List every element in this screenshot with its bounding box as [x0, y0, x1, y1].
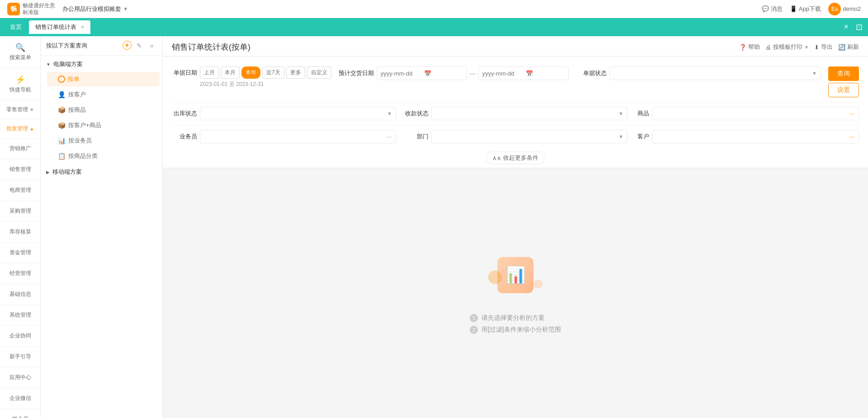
payment-status-select[interactable]: ▼ [431, 107, 627, 120]
tab-close-icon[interactable]: × [81, 24, 84, 30]
export-icon: ⬇ [814, 44, 819, 51]
sidebar-item-finance[interactable]: 资金管理 [0, 242, 40, 263]
date-dash: — [470, 70, 476, 77]
date-btn-custom[interactable]: 自定义 [307, 66, 331, 79]
scheme-panel: 按以下方案查询 + ✎ « ▼ 电脑端方案 按单 [41, 36, 163, 418]
department-select[interactable]: ▼ [431, 130, 627, 143]
sidebar-item-appcenter[interactable]: 应用中心 [0, 367, 40, 388]
payment-status-label: 收款状态 [403, 109, 429, 118]
sidebar-item-marketing[interactable]: 营销推广 [0, 138, 40, 159]
date-btn-7days[interactable]: 近7天 [262, 66, 284, 79]
customer-more-icon[interactable]: ··· [849, 133, 855, 140]
sidebar-item-basic[interactable]: 基础信息 [0, 284, 40, 305]
group-expand-icon: ▼ [46, 62, 51, 67]
date-btn-last-month[interactable]: 上月 [200, 66, 219, 79]
goods-more-icon[interactable]: ··· [849, 110, 855, 117]
sidebar-item-purchase[interactable]: 采购管理 [0, 201, 40, 222]
date-calendar-icon[interactable]: 📅 [422, 70, 433, 77]
breadcrumb-arrow-icon: ▼ [123, 6, 128, 12]
customer-label: 客户 [635, 133, 649, 141]
scheme-item-by-customer[interactable]: 👤 按客户 [47, 87, 160, 102]
page-title: 销售订单统计表(按单) [172, 42, 250, 52]
customer-select[interactable]: ··· [652, 130, 859, 143]
sidebar-item-operation[interactable]: 经营管理 [0, 263, 40, 284]
sidebar-item-wechat[interactable]: 企业微信 [0, 388, 40, 409]
mobile-group-expand-icon: ▶ [46, 170, 50, 175]
scheme-item-by-goods[interactable]: 📦 按商品 [47, 103, 160, 117]
sidebar-item-system[interactable]: 系统管理 [0, 305, 40, 326]
expected-date-end-input[interactable] [479, 70, 524, 77]
tip-num-1: 1 [470, 314, 478, 322]
shortcut-icon: ⚡ [15, 75, 25, 85]
nav-tabs: 首页 销售订单统计表 × × ⊡ [0, 18, 868, 36]
scheme-panel-icons: + ✎ « [123, 41, 157, 51]
refresh-button[interactable]: 🔄 刷新 [838, 43, 859, 51]
date-calendar-end-icon[interactable]: 📅 [524, 70, 535, 77]
content-area: 按以下方案查询 + ✎ « ▼ 电脑端方案 按单 [41, 36, 868, 418]
collapse-button[interactable]: ∧∧ 收起更多条件 [486, 152, 544, 164]
salesperson-select[interactable]: ··· [200, 130, 396, 143]
sidebar-item-retail[interactable]: 零售管理 ▼ [0, 100, 40, 119]
out-status-select[interactable]: ▼ [200, 107, 396, 120]
by-customer-goods-icon: 📦 [58, 122, 66, 129]
expected-date-start-input[interactable] [377, 70, 422, 77]
home-tab[interactable]: 首页 [4, 20, 28, 34]
message-icon: 💬 [762, 5, 769, 12]
sidebar-item-enterprise[interactable]: 企业协同 [0, 326, 40, 347]
avatar: Ea [828, 3, 841, 15]
sidebar-item-sales[interactable]: 销售管理 [0, 159, 40, 180]
setting-button[interactable]: 设置 [828, 83, 859, 97]
payment-status-arrow-icon: ▼ [618, 111, 623, 116]
sidebar-item-wholesale[interactable]: 批发管理 ▲ [0, 119, 40, 138]
scheme-item-by-customer-goods[interactable]: 📦 按客户+商品 [47, 118, 160, 133]
sidebar-item-shortcut[interactable]: ⚡ 快捷导航 [0, 68, 40, 100]
sidebar-item-member[interactable]: 畅会员 [0, 409, 40, 418]
sidebar-item-search[interactable]: 🔍 搜索菜单 [0, 36, 40, 68]
goods-select[interactable]: ··· [652, 107, 859, 120]
scheme-group-desktop: ▼ 电脑端方案 按单 👤 按客户 📦 按商品 [41, 57, 162, 163]
sidebar-item-ecommerce[interactable]: 电商管理 [0, 180, 40, 201]
scheme-edit-button[interactable]: ✎ [134, 41, 144, 51]
date-btn-this-year[interactable]: 本年 [241, 66, 260, 79]
out-status-label: 出库状态 [172, 109, 197, 118]
sidebar: 🔍 搜索菜单 ⚡ 快捷导航 零售管理 ▼ 批发管理 ▲ 营销推广 销售管理 电商… [0, 36, 41, 418]
top-bar-left: 畅 畅捷通好生意 标准版 办公用品行业模拟账套 ▼ [7, 2, 128, 15]
collapse-up-icon: ∧∧ [492, 155, 501, 162]
scheme-group-mobile: ▶ 移动端方案 [41, 165, 162, 179]
print-arrow-icon: ▼ [804, 45, 809, 50]
status-select[interactable]: ▼ [609, 66, 821, 80]
breadcrumb[interactable]: 办公用品行业模拟账套 ▼ [62, 5, 128, 13]
scheme-item-by-salesperson[interactable]: 📊 按业务员 [47, 133, 160, 148]
by-category-icon: 📋 [58, 152, 66, 160]
scheme-item-by-category[interactable]: 📋 按商品分类 [47, 149, 160, 163]
department-label: 部门 [403, 133, 429, 141]
message-button[interactable]: 💬 消息 [762, 5, 783, 13]
user-profile-button[interactable]: Ea demo2 [828, 3, 861, 15]
export-button[interactable]: ⬇ 导出 [814, 43, 833, 51]
main-layout: 🔍 搜索菜单 ⚡ 快捷导航 零售管理 ▼ 批发管理 ▲ 营销推广 销售管理 电商… [0, 36, 868, 418]
scheme-add-button[interactable]: + [123, 41, 132, 50]
scheme-group-header-mobile[interactable]: ▶ 移动端方案 [41, 165, 162, 179]
tab-maximize-icon[interactable]: ⊡ [854, 20, 864, 34]
empty-tip-1: 1 请先选择要分析的方案 [470, 314, 561, 322]
sidebar-item-inventory[interactable]: 库存核算 [0, 222, 40, 242]
help-button[interactable]: ❓ 帮助 [739, 43, 760, 51]
date-btn-this-month[interactable]: 本月 [221, 66, 240, 79]
sidebar-item-guide[interactable]: 新手引导 [0, 347, 40, 367]
by-order-icon [58, 76, 65, 83]
app-download-button[interactable]: 📱 App下载 [790, 5, 821, 13]
date-btn-more[interactable]: 更多 [286, 66, 305, 79]
tab-minimize-icon[interactable]: × [842, 20, 850, 34]
breadcrumb-text: 办公用品行业模拟账套 [62, 5, 121, 13]
tip-num-2: 2 [470, 326, 478, 334]
salesperson-label: 业务员 [172, 133, 197, 141]
scheme-group-header-desktop[interactable]: ▼ 电脑端方案 [41, 57, 162, 71]
print-button[interactable]: 🖨 按模板打印 ▼ [765, 43, 809, 51]
query-button[interactable]: 查询 [828, 66, 859, 81]
scheme-item-by-order[interactable]: 按单 [47, 72, 160, 86]
scheme-collapse-button[interactable]: « [147, 41, 157, 51]
active-tab[interactable]: 销售订单统计表 × [29, 20, 90, 34]
date-label: 单据日期 [172, 69, 197, 77]
print-icon: 🖨 [765, 44, 771, 51]
salesperson-more-icon[interactable]: ··· [387, 133, 392, 140]
